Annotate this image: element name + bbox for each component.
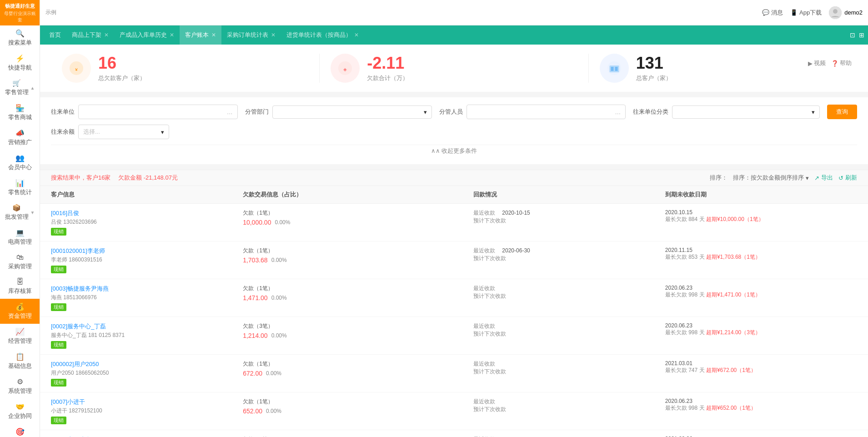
overdue-link[interactable]: 超期¥652.00（1笔） [706, 405, 756, 411]
sidebar-item-guide[interactable]: 🎯 新手引导 [0, 424, 40, 437]
sidebar-item-operations[interactable]: 📈 经营管理 [0, 324, 40, 349]
export-button[interactable]: ↗ 导出 [814, 174, 833, 182]
sidebar-item-enterprise[interactable]: 🤝 企业协同 [0, 399, 40, 424]
message-button[interactable]: 💬 消息 [762, 9, 783, 17]
sidebar-item-retail-stats[interactable]: 📊 零售统计 [0, 175, 40, 200]
user-menu[interactable]: demo2 [829, 6, 863, 19]
message-icon: 💬 [762, 9, 769, 16]
header-customer: 客户信息 [51, 191, 243, 199]
filter-dept: 分管部门 ▾ [245, 105, 432, 119]
filter-balance: 往来余额 选择... ▾ [51, 125, 169, 139]
return-info-cell: 最近收款 2020-06-30 预计下次收款 [473, 247, 665, 262]
debt-info-cell: 欠款（1笔） 1,703.68 0.00% [243, 247, 473, 264]
video-help-btn[interactable]: ▶ 视频 [808, 59, 826, 67]
svg-point-1 [833, 9, 838, 14]
debt-amount: 652.00 [243, 407, 262, 415]
table-row: [0016]吕俊 吕俊 13026203696 现销 欠款（1笔） 10,000… [40, 204, 868, 241]
customer-tag: 现销 [51, 341, 66, 349]
header-due: 到期未收款日期 [665, 191, 857, 199]
filter-source-input[interactable]: … [78, 105, 238, 119]
customer-contact: 服务中心_丁磊 181 0125 8371 [51, 332, 243, 339]
tab-purchase-stats[interactable]: 进货单统计表（按商品） ✕ [281, 25, 364, 45]
summary-info-total: 131 总客户（家） [636, 54, 672, 82]
due-date-value: 2021.03.01 [665, 360, 857, 367]
customer-name-link[interactable]: [0001020001]李老师 [51, 247, 105, 254]
sidebar-item-purchase[interactable]: 🛍 采购管理 [0, 250, 40, 274]
app-icon: 📱 [790, 9, 798, 16]
collapse-filters-btn[interactable]: ∧∧ 收起更多条件 [51, 145, 857, 157]
sidebar-item-ecommerce[interactable]: 💻 电商管理 [0, 225, 40, 250]
table-body: [0016]吕俊 吕俊 13026203696 现销 欠款（1笔） 10,000… [40, 204, 868, 437]
next-return: 预计下次收款 [473, 255, 665, 262]
results-bar: 搜索结果中，客户16家 欠款金额 -21,148.07元 排序： 排序：按欠款金… [40, 170, 868, 186]
debt-amount-row: 1,471.00 0.00% [243, 294, 473, 301]
results-actions: 排序： 排序：按欠款金额倒序排序 ▾ ↗ 导出 ↺ 刷新 [710, 174, 857, 182]
tab-purchase-order[interactable]: 采购订单统计表 ✕ [221, 25, 281, 45]
debt-count: 欠款（1笔） [243, 209, 473, 217]
filter-category-select[interactable]: ▾ [672, 105, 820, 119]
filter-dept-label: 分管部门 [245, 108, 269, 116]
filter-source-label: 往来单位 [51, 108, 75, 116]
customer-name-link[interactable]: [0003]畅捷服务尹海燕 [51, 285, 109, 292]
sidebar-item-marketing[interactable]: 📣 营销推广 [0, 125, 40, 150]
app-download-button[interactable]: 📱 App下载 [790, 9, 822, 17]
tabs-restore-icon[interactable]: ⊡ [850, 31, 855, 39]
refresh-button[interactable]: ↺ 刷新 [838, 174, 857, 182]
tab-close-customer[interactable]: ✕ [211, 32, 216, 38]
filter-person-input[interactable]: … [467, 105, 626, 119]
return-info-cell: 最近收款 预计下次收款 [473, 398, 665, 413]
next-return: 预计下次收款 [473, 330, 665, 338]
overdue-days: 最长欠款 998 天 [665, 291, 706, 298]
customer-name-link[interactable]: [0007]小进干 [51, 398, 85, 405]
tabs-maximize-icon[interactable]: ⊞ [859, 31, 864, 39]
tab-purchase-history[interactable]: 产成品入库单历史 ✕ [114, 25, 180, 45]
sidebar-item-search[interactable]: 🔍 搜索菜单 [0, 25, 40, 50]
next-return: 预计下次收款 [473, 292, 665, 300]
filter-dept-select[interactable]: ▾ [272, 105, 432, 119]
customer-name-link[interactable]: [000002]用户2050 [51, 361, 99, 367]
return-info-cell: 最近收款 预计下次收款 [473, 322, 665, 338]
doc-help-btn[interactable]: ❓ 帮助 [831, 59, 852, 67]
search-button[interactable]: 查询 [827, 105, 857, 119]
customer-table: 客户信息 欠款交易信息（占比） 回款情况 到期未收款日期 [0016]吕俊 吕俊… [40, 186, 868, 437]
refresh-icon: ↺ [838, 175, 843, 181]
overdue-link[interactable]: 超期¥1,703.68（1笔） [706, 254, 761, 260]
customer-name-link[interactable]: [0016]吕俊 [51, 210, 79, 216]
top-bar-actions: 💬 消息 📱 App下载 demo2 [762, 6, 863, 19]
tab-close-purchase-stats[interactable]: ✕ [354, 32, 359, 38]
customer-tag: 现销 [51, 379, 66, 387]
svg-text:◈: ◈ [343, 67, 347, 72]
filter-balance-select[interactable]: 选择... ▾ [78, 125, 169, 139]
tab-customer-account[interactable]: 客户账本 ✕ [180, 25, 221, 45]
overdue-link[interactable]: 超期¥10,000.00（1笔） [706, 216, 764, 222]
debt-ratio: 0.00% [271, 257, 287, 263]
summary-info-debt: -2.11 欠款合计（万） [367, 54, 408, 82]
sidebar-item-member[interactable]: 👥 会员中心 [0, 150, 40, 175]
debt-amount: 10,000.00 [243, 219, 271, 226]
page-content: ¥ 16 总欠款客户（家） ◈ -2.11 欠款合计（万） [40, 45, 868, 437]
overdue-link[interactable]: 超期¥672.00（1笔） [706, 367, 756, 373]
sort-select[interactable]: 排序：按欠款金额倒序排序 ▾ [733, 174, 809, 182]
customer-info-cell: [0007]小进干 小进干 18279152100 现销 [51, 398, 243, 424]
sidebar-item-quicknav[interactable]: ⚡ 快捷导航 [0, 50, 40, 75]
tab-close-purchase-history[interactable]: ✕ [170, 32, 174, 38]
sidebar-item-inventory[interactable]: 🗄 库存核算 [0, 274, 40, 299]
sidebar-item-base-info[interactable]: 📋 基础信息 [0, 349, 40, 374]
debt-amount-label: 欠款合计（万） [367, 74, 408, 82]
overdue-link[interactable]: 超期¥1,471.00（1笔） [706, 291, 761, 298]
due-date-value: 2020.06.23 [665, 285, 857, 291]
filter-category: 往来单位分类 ▾ [633, 105, 820, 119]
sidebar-item-system[interactable]: ⚙ 系统管理 [0, 374, 40, 399]
tab-close-purchase-order[interactable]: ✕ [271, 32, 276, 38]
tab-close-product[interactable]: ✕ [104, 32, 109, 38]
table-header: 客户信息 欠款交易信息（占比） 回款情况 到期未收款日期 [40, 186, 868, 204]
sidebar-item-retail-mgmt[interactable]: 🛒 零售管理 ▲ [0, 75, 40, 100]
tab-product-listing[interactable]: 商品上下架 ✕ [66, 25, 114, 45]
overdue-link[interactable]: 超期¥1,214.00（3笔） [706, 329, 761, 336]
sidebar-item-mall[interactable]: 🏪 零售商城 [0, 100, 40, 125]
sidebar-item-wholesale[interactable]: 📦 批发管理 ▼ [0, 200, 40, 225]
customer-name-link[interactable]: [0002]服务中心_丁磊 [51, 323, 106, 330]
overdue-days: 最长欠款 853 天 [665, 254, 706, 260]
tab-home[interactable]: 首页 [44, 25, 66, 45]
sidebar-item-finance[interactable]: 💰 资金管理 [0, 299, 40, 324]
